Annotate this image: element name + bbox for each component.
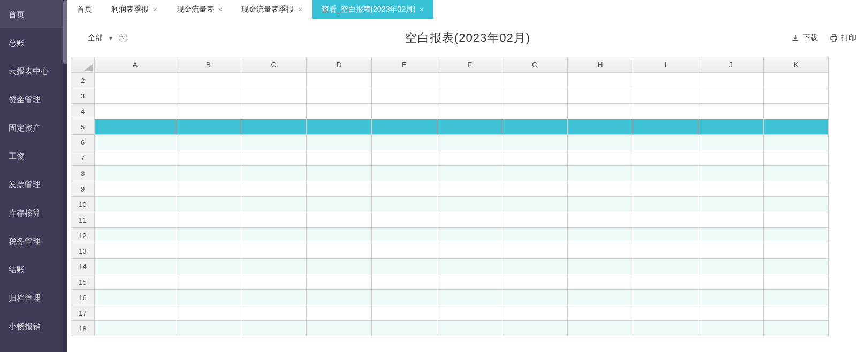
close-icon[interactable]: × [153, 5, 157, 13]
cell-B15[interactable] [176, 274, 241, 290]
close-icon[interactable]: × [218, 5, 223, 13]
cell-I4[interactable] [633, 104, 698, 119]
cell-B14[interactable] [176, 259, 241, 274]
cell-A10[interactable] [95, 197, 176, 212]
cell-D11[interactable] [307, 212, 372, 228]
cell-E14[interactable] [372, 259, 437, 274]
column-header-K[interactable]: K [764, 57, 829, 73]
cell-F14[interactable] [437, 259, 502, 274]
cell-C13[interactable] [241, 243, 307, 259]
cell-B16[interactable] [176, 290, 241, 305]
cell-A4[interactable] [95, 104, 176, 119]
cell-A9[interactable] [95, 181, 176, 197]
cell-I16[interactable] [633, 290, 698, 305]
cell-C2[interactable] [241, 73, 307, 88]
cell-H5[interactable] [568, 119, 633, 135]
column-header-J[interactable]: J [698, 57, 764, 73]
cell-B8[interactable] [176, 166, 241, 181]
cell-B3[interactable] [176, 88, 241, 104]
cell-G17[interactable] [502, 305, 568, 321]
cell-E8[interactable] [372, 166, 437, 181]
cell-J6[interactable] [698, 135, 764, 150]
cell-C3[interactable] [241, 88, 307, 104]
cell-E4[interactable] [372, 104, 437, 119]
cell-B13[interactable] [176, 243, 241, 259]
cell-E16[interactable] [372, 290, 437, 305]
cell-J15[interactable] [698, 274, 764, 290]
cell-H3[interactable] [568, 88, 633, 104]
cell-B18[interactable] [176, 321, 241, 336]
cell-J11[interactable] [698, 212, 764, 228]
cell-D2[interactable] [307, 73, 372, 88]
row-header-17[interactable]: 17 [71, 305, 95, 321]
cell-C11[interactable] [241, 212, 307, 228]
cell-A3[interactable] [95, 88, 176, 104]
cell-A5[interactable] [95, 119, 176, 135]
cell-H4[interactable] [568, 104, 633, 119]
cell-D18[interactable] [307, 321, 372, 336]
cell-G12[interactable] [502, 228, 568, 243]
column-header-G[interactable]: G [502, 57, 568, 73]
cell-K4[interactable] [764, 104, 829, 119]
cell-H7[interactable] [568, 150, 633, 166]
sidebar-scrollbar-thumb[interactable] [63, 0, 67, 64]
cell-A2[interactable] [95, 73, 176, 88]
cell-D4[interactable] [307, 104, 372, 119]
row-header-6[interactable]: 6 [71, 135, 95, 150]
cell-C12[interactable] [241, 228, 307, 243]
row-header-10[interactable]: 10 [71, 197, 95, 212]
cell-F2[interactable] [437, 73, 502, 88]
cell-I7[interactable] [633, 150, 698, 166]
cell-K8[interactable] [764, 166, 829, 181]
column-header-C[interactable]: C [241, 57, 307, 73]
cell-K14[interactable] [764, 259, 829, 274]
cell-B12[interactable] [176, 228, 241, 243]
cell-C15[interactable] [241, 274, 307, 290]
cell-G15[interactable] [502, 274, 568, 290]
cell-H6[interactable] [568, 135, 633, 150]
cell-K16[interactable] [764, 290, 829, 305]
cell-I5[interactable] [633, 119, 698, 135]
cell-C18[interactable] [241, 321, 307, 336]
cell-B2[interactable] [176, 73, 241, 88]
cell-A12[interactable] [95, 228, 176, 243]
cell-H18[interactable] [568, 321, 633, 336]
row-header-3[interactable]: 3 [71, 88, 95, 104]
cell-K6[interactable] [764, 135, 829, 150]
close-icon[interactable]: × [298, 5, 302, 13]
cell-D8[interactable] [307, 166, 372, 181]
cell-J8[interactable] [698, 166, 764, 181]
row-header-2[interactable]: 2 [71, 73, 95, 88]
row-header-7[interactable]: 7 [71, 150, 95, 166]
cell-D10[interactable] [307, 197, 372, 212]
cell-I9[interactable] [633, 181, 698, 197]
cell-F13[interactable] [437, 243, 502, 259]
column-header-F[interactable]: F [437, 57, 502, 73]
cell-J14[interactable] [698, 259, 764, 274]
cell-G10[interactable] [502, 197, 568, 212]
cell-D9[interactable] [307, 181, 372, 197]
cell-I14[interactable] [633, 259, 698, 274]
column-header-B[interactable]: B [176, 57, 241, 73]
cell-I13[interactable] [633, 243, 698, 259]
cell-K12[interactable] [764, 228, 829, 243]
row-header-11[interactable]: 11 [71, 212, 95, 228]
row-header-13[interactable]: 13 [71, 243, 95, 259]
cell-B6[interactable] [176, 135, 241, 150]
cell-B7[interactable] [176, 150, 241, 166]
cell-I15[interactable] [633, 274, 698, 290]
row-header-8[interactable]: 8 [71, 166, 95, 181]
row-header-9[interactable]: 9 [71, 181, 95, 197]
cell-C4[interactable] [241, 104, 307, 119]
cell-D6[interactable] [307, 135, 372, 150]
cell-E9[interactable] [372, 181, 437, 197]
help-icon[interactable]: ? [119, 34, 127, 42]
cell-I12[interactable] [633, 228, 698, 243]
cell-F7[interactable] [437, 150, 502, 166]
cell-C7[interactable] [241, 150, 307, 166]
cell-K18[interactable] [764, 321, 829, 336]
cell-E5[interactable] [372, 119, 437, 135]
download-button[interactable]: 下载 [791, 33, 818, 43]
cell-F12[interactable] [437, 228, 502, 243]
cell-F10[interactable] [437, 197, 502, 212]
